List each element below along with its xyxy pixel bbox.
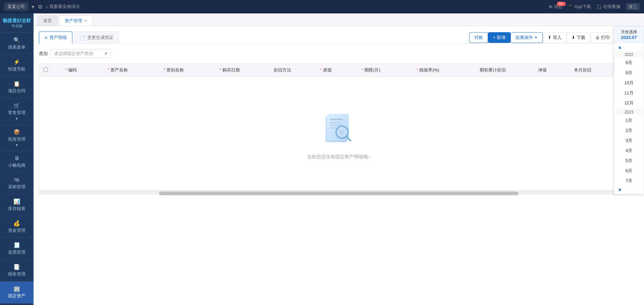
app-subtitle: 专业版 [3, 23, 31, 29]
month-8[interactable]: 8月 [614, 58, 644, 68]
tab-asset-label: 资产管理 [65, 18, 82, 24]
month-9[interactable]: 9月 [614, 68, 644, 78]
month-12[interactable]: 12月 [614, 98, 644, 108]
month-4[interactable]: 4月 [614, 146, 644, 156]
batch-ops-button[interactable]: 批量操作 ▼ [511, 32, 543, 43]
add-button[interactable]: + 新增 [488, 32, 511, 43]
sidebar-item-label: 搜索菜单 [8, 44, 25, 50]
checkbox-header [39, 64, 53, 77]
sidebar-item-label: 快捷导航 [8, 66, 25, 72]
company-selector[interactable]: 某某公司 [4, 3, 28, 11]
month-panel-title: 月份选择 [617, 29, 641, 35]
sidebar-item-finance[interactable]: 💰 资金管理 [0, 216, 34, 238]
message-button[interactable]: ✉ 消息 99+ [549, 4, 562, 10]
search-icon: 🔍 [13, 37, 20, 43]
content-area: 首页 资产管理 ✕ ✕ ⤢ 月份选择 2022.07 ▲ [34, 13, 644, 305]
col-purchase-date: * 购买日期 [202, 64, 258, 77]
sub-tab-asset-detail[interactable]: ≡ 资产明细 [39, 32, 72, 44]
svg-point-11 [341, 133, 342, 134]
app-download-button[interactable]: 📱 App下载 [568, 4, 591, 10]
sidebar-item-project[interactable]: 📋 项目合同 [0, 77, 34, 98]
filter-select-wrap: 请选择固定资产类别 ▼ [50, 49, 111, 58]
filter-category-label: 类别 [39, 51, 48, 57]
month-11[interactable]: 11月 [614, 88, 644, 98]
filter-group: 类别 请选择固定资产类别 ▼ [39, 49, 111, 58]
sidebar-item-retail[interactable]: 🛒 零售管理 ▼ [0, 98, 34, 125]
list-icon: ≡ [45, 35, 47, 40]
download-button[interactable]: ⬇ 下载 [567, 32, 590, 43]
month-7[interactable]: 7月 [614, 176, 644, 186]
month-1[interactable]: 1月 [614, 115, 644, 125]
month-panel-down-icon[interactable]: ▼ [616, 187, 624, 193]
svg-rect-4 [330, 125, 342, 126]
print-button[interactable]: 🖨 打印 [590, 32, 615, 43]
import-button[interactable]: ⬆ 导入 [543, 32, 567, 43]
sidebar-item-fixed-assets[interactable]: 🏢 固定资产 [0, 282, 34, 303]
col-monthly-depreciation: 本月折旧 [558, 64, 607, 77]
phone-icon: 📱 [568, 4, 573, 9]
select-all-checkbox[interactable] [44, 67, 48, 72]
category-select[interactable]: 请选择固定资产类别 [50, 49, 111, 58]
month-5[interactable]: 5月 [614, 156, 644, 166]
sidebar-brand: 畅捷通好业财 专业版 [0, 13, 34, 33]
import-icon: ⬆ [548, 35, 551, 40]
top-bar: 某某公司 ▼ ⚙ ○ 我要看实例演示 ✉ 消息 99+ 📱 App下载 🎧 在线… [0, 0, 644, 13]
asset-table: * 编码 * 资产名称 * 类别名称 * 购买日期 折旧方法 * 原值 * 期限… [39, 63, 639, 191]
online-support-button[interactable]: 🎧 在线客服 [596, 4, 621, 10]
month-2[interactable]: 2月 [614, 125, 644, 136]
money-icon: 💰 [13, 220, 20, 226]
horizontal-scrollbar[interactable] [39, 191, 639, 195]
sidebar-item-ecommerce[interactable]: 🖥 小畅电商 [0, 151, 34, 173]
month-10[interactable]: 10月 [614, 78, 644, 88]
sidebar-item-payroll[interactable]: 💵 工资 [0, 303, 34, 305]
sidebar-item-label: 零售管理 [8, 110, 25, 116]
top-bar-right: ✉ 消息 99+ 📱 App下载 🎧 在线客服 张三 [549, 3, 640, 10]
sidebar-item-search[interactable]: 🔍 搜索菜单 [0, 33, 34, 55]
demo-link[interactable]: ○ 我要看实例演示 [45, 4, 80, 10]
sub-tab-change-voucher[interactable]: 📄 变更生成凭证 [74, 32, 119, 43]
month-panel-current: 2022.07 [617, 35, 641, 40]
filter-bar: 类别 请选择固定资产类别 ▼ [39, 49, 639, 58]
sidebar-item-label: 固定资产 [8, 293, 25, 299]
table-wrap: * 编码 * 资产名称 * 类别名称 * 购买日期 折旧方法 * 原值 * 期限… [39, 63, 639, 191]
sidebar-item-label: 库存核算 [8, 206, 25, 212]
svg-point-10 [342, 131, 343, 132]
svg-rect-3 [330, 122, 341, 123]
empty-text: 当前您还没有固定资产明细哦~ [307, 154, 371, 160]
sidebar-item-inventory[interactable]: 📊 库存核算 [0, 194, 34, 216]
col-accumulated-depreciation: 期初累计折旧 [459, 64, 527, 77]
month-panel-bottom-nav: ▼ [614, 186, 644, 194]
sidebar-item-wholesale[interactable]: 📦 批发管理 ▼ [0, 125, 34, 151]
sidebar-item-invoice[interactable]: 🧾 发票管理 [0, 238, 34, 260]
tab-home[interactable]: 首页 [38, 15, 58, 26]
scrollbar-thumb[interactable] [159, 192, 519, 195]
empty-illustration [319, 107, 359, 147]
month-3[interactable]: 3月 [614, 136, 644, 146]
empty-state-cell: 当前您还没有固定资产明细哦~ [39, 77, 639, 191]
month-panel-up-icon[interactable]: ▲ [616, 44, 624, 50]
main-layout: 畅捷通好业财 专业版 🔍 搜索菜单 ⚡ 快捷导航 📋 项目合同 🛒 零售管理 ▼… [0, 13, 644, 305]
sidebar-item-purchase[interactable]: 🛍 采购管理 [0, 173, 34, 194]
chevron-icon: ▼ [15, 117, 18, 120]
sub-tab-change-voucher-label: 变更生成凭证 [87, 35, 113, 41]
tab-asset-management[interactable]: 资产管理 ✕ [59, 15, 93, 26]
year-2022-label: 2022 [614, 51, 644, 58]
circle-icon: ○ [45, 4, 48, 9]
sidebar-item-quick-nav[interactable]: ⚡ 快捷导航 [0, 55, 34, 77]
svg-point-7 [338, 128, 346, 136]
chevron-down-icon[interactable]: ▼ [31, 4, 35, 9]
sidebar-item-tax[interactable]: 📑 税务管理 [0, 260, 34, 282]
month-6[interactable]: 6月 [614, 166, 644, 176]
sidebar-item-label: 资金管理 [8, 227, 25, 234]
sidebar-item-label: 采购管理 [8, 184, 25, 190]
settings-icon[interactable]: ⚙ [38, 4, 43, 10]
tab-close-icon[interactable]: ✕ [84, 19, 87, 23]
headset-icon: 🎧 [596, 4, 602, 9]
download-icon: ⬇ [572, 35, 575, 40]
receipt-icon: 🧾 [13, 242, 20, 248]
sidebar-item-label: 项目合同 [8, 88, 25, 94]
user-info[interactable]: 张三 [626, 3, 640, 10]
col-depreciation-method: 折旧方法 [258, 64, 307, 77]
box-icon: 📦 [13, 129, 20, 135]
reconcile-button[interactable]: 对账 [469, 32, 488, 43]
